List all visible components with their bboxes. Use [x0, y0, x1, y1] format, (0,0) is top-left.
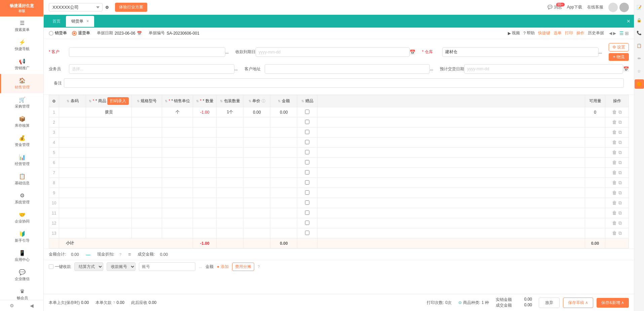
- copy-icon[interactable]: ⧉: [618, 230, 622, 236]
- due-date-calendar-icon[interactable]: 📅: [410, 49, 415, 55]
- row-unit[interactable]: [162, 188, 193, 198]
- row-gift[interactable]: [297, 158, 317, 168]
- row-qty[interactable]: [193, 138, 217, 148]
- copy-icon[interactable]: ⧉: [618, 129, 622, 135]
- row-gift[interactable]: [297, 107, 317, 117]
- customer-addr-input[interactable]: [265, 64, 430, 74]
- discount-help-icon[interactable]: ?: [119, 252, 121, 257]
- add-payment-btn[interactable]: ● 添加: [217, 264, 229, 270]
- close-all-tabs-icon[interactable]: ✕: [627, 18, 631, 24]
- rpanel-notes-icon[interactable]: 📝: [635, 3, 644, 12]
- save-new-button[interactable]: 保存&新增 ∧: [597, 298, 629, 308]
- row-gift[interactable]: [297, 188, 317, 198]
- row-gift[interactable]: [297, 208, 317, 218]
- row-gift[interactable]: [297, 138, 317, 148]
- row-spec[interactable]: [132, 208, 162, 218]
- company-select[interactable]: XXXXXX公司: [49, 3, 103, 11]
- row-product[interactable]: [86, 158, 132, 168]
- sidebar-item-finance[interactable]: 💰 资金管理: [0, 131, 43, 151]
- delete-icon[interactable]: 🗑: [612, 140, 617, 145]
- th-settings[interactable]: ⚙: [49, 95, 59, 107]
- sidebar-item-sales[interactable]: 🏠 销售管理: [0, 74, 43, 93]
- row-qty[interactable]: [193, 168, 217, 178]
- copy-icon[interactable]: ⧉: [618, 150, 622, 155]
- row-qty[interactable]: [193, 158, 217, 168]
- sidebar-item-basic[interactable]: 📋 基础信息: [0, 170, 43, 189]
- sort-icon[interactable]: ⇅: [89, 99, 91, 103]
- row-price[interactable]: [243, 228, 270, 238]
- sort-icon[interactable]: ⇅: [249, 99, 251, 103]
- gift-checkbox[interactable]: [305, 120, 309, 124]
- row-unit[interactable]: [162, 208, 193, 218]
- row-spec[interactable]: [132, 158, 162, 168]
- row-qty[interactable]: [193, 188, 217, 198]
- grid-view-icon[interactable]: ⊞: [625, 31, 629, 36]
- price-info-icon[interactable]: ⓘ: [262, 99, 265, 103]
- expense-help-icon[interactable]: ?: [258, 265, 260, 269]
- row-pkgqty[interactable]: [217, 178, 243, 188]
- row-price[interactable]: [243, 148, 270, 158]
- delete-icon[interactable]: 🗑: [612, 220, 617, 226]
- row-barcode[interactable]: [59, 218, 86, 228]
- calendar-icon[interactable]: 📅: [137, 31, 142, 36]
- row-pkgqty[interactable]: [217, 138, 243, 148]
- row-amount[interactable]: [270, 158, 297, 168]
- sidebar-collapse-icon[interactable]: ◀: [30, 303, 34, 308]
- row-amount[interactable]: [270, 178, 297, 188]
- sort-icon[interactable]: ⇅: [220, 99, 223, 103]
- sidebar-item-quicknav[interactable]: ⚡ 快捷导航: [0, 36, 43, 55]
- logistics-button[interactable]: + 物流: [609, 53, 629, 61]
- row-gift[interactable]: [297, 218, 317, 228]
- row-price[interactable]: 0.00: [243, 107, 270, 117]
- payment-account-select[interactable]: 收款账号: [107, 262, 136, 271]
- rpanel-lock-icon[interactable]: 🔒: [635, 15, 644, 25]
- row-price[interactable]: [243, 127, 270, 138]
- scan-btn[interactable]: 扫码录入: [107, 97, 129, 105]
- copy-icon[interactable]: ⧉: [618, 190, 622, 196]
- row-amount[interactable]: 0.00: [270, 107, 297, 117]
- row-product[interactable]: [86, 218, 132, 228]
- row-price[interactable]: [243, 178, 270, 188]
- row-product[interactable]: [86, 198, 132, 208]
- row-barcode[interactable]: [59, 138, 86, 148]
- copy-icon[interactable]: ⧉: [618, 210, 622, 216]
- history-link[interactable]: 历史单据: [588, 30, 604, 36]
- row-qty[interactable]: [193, 228, 217, 238]
- row-qty[interactable]: [193, 208, 217, 218]
- payment-account-input[interactable]: [139, 262, 195, 271]
- row-spec[interactable]: [132, 188, 162, 198]
- delete-icon[interactable]: 🗑: [612, 129, 617, 135]
- row-barcode[interactable]: [59, 158, 86, 168]
- sidebar-item-wechat[interactable]: 💬 企业微信: [0, 266, 43, 285]
- row-barcode[interactable]: [59, 188, 86, 198]
- row-unit[interactable]: [162, 168, 193, 178]
- row-qty[interactable]: [193, 148, 217, 158]
- row-qty[interactable]: [193, 117, 217, 127]
- row-amount[interactable]: [270, 208, 297, 218]
- row-spec[interactable]: [132, 168, 162, 178]
- delete-icon[interactable]: 🗑: [612, 190, 617, 196]
- row-gift[interactable]: [297, 168, 317, 178]
- row-amount[interactable]: [270, 198, 297, 208]
- list-view-icon[interactable]: ☰: [619, 31, 624, 36]
- customer-dots[interactable]: ...: [225, 50, 229, 54]
- trial-btn[interactable]: 体验行业方案: [115, 3, 147, 12]
- app-download-link[interactable]: App下载: [567, 4, 582, 10]
- gift-checkbox[interactable]: [305, 200, 309, 205]
- row-pkgqty[interactable]: [217, 208, 243, 218]
- row-spec[interactable]: [132, 138, 162, 148]
- payment-method-select[interactable]: 结算方式: [74, 262, 103, 271]
- row-pkgqty[interactable]: [217, 218, 243, 228]
- row-price[interactable]: [243, 188, 270, 198]
- sort-icon[interactable]: ⇅: [67, 99, 69, 103]
- sidebar-item-purchase[interactable]: 🛒 采购管理: [0, 93, 43, 112]
- expense-split-btn[interactable]: 费用分摊: [232, 263, 254, 271]
- row-unit[interactable]: 个: [162, 107, 193, 117]
- save-draft-button[interactable]: 保存草稿 ∧: [563, 298, 593, 308]
- user-avatar2[interactable]: [619, 3, 629, 12]
- delete-icon[interactable]: 🗑: [612, 180, 617, 186]
- row-barcode[interactable]: [59, 117, 86, 127]
- gift-checkbox[interactable]: [305, 130, 309, 134]
- message-badge[interactable]: 💬 消息 99+: [547, 4, 562, 10]
- row-qty[interactable]: -1.00: [193, 107, 217, 117]
